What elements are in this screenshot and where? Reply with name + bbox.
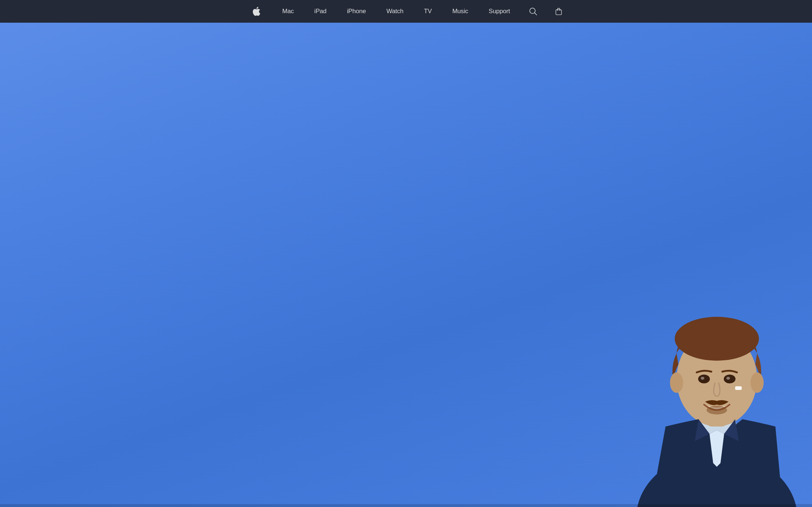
person-illustration [614,244,812,507]
navbar: Mac iPad iPhone Watch TV Music Support [0,0,812,23]
nav-ipad[interactable]: iPad [304,0,337,23]
bottom-bar [0,504,812,507]
svg-point-13 [750,372,764,393]
apple-logo-link[interactable] [241,0,272,23]
nav-items: Mac iPad iPhone Watch TV Music Support [77,0,735,23]
nav-watch[interactable]: Watch [376,0,414,23]
svg-line-1 [534,13,537,15]
search-button[interactable] [520,0,546,23]
apple-logo-icon [252,7,260,16]
nav-mac[interactable]: Mac [272,0,304,23]
svg-point-10 [726,377,730,380]
person-figure [614,244,812,507]
svg-point-12 [670,372,683,393]
svg-point-9 [701,377,704,380]
svg-rect-2 [556,10,561,15]
bag-icon [555,7,563,15]
nav-tv[interactable]: TV [414,0,442,23]
search-icon [529,7,537,15]
nav-support[interactable]: Support [478,0,520,23]
main-content [0,23,812,507]
svg-rect-14 [735,386,742,390]
nav-music[interactable]: Music [442,0,478,23]
svg-point-11 [707,406,727,414]
bag-button[interactable] [546,0,571,23]
nav-iphone[interactable]: iPhone [337,0,376,23]
